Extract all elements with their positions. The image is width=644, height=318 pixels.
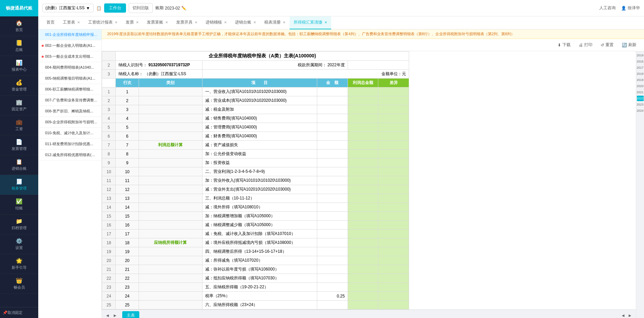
row-value-2[interactable]	[317, 105, 348, 114]
timeline-year-2022[interactable]: 2022	[637, 96, 644, 101]
list-item-004[interactable]: 004-期间费用明细表(A1040...	[38, 62, 101, 73]
download-button[interactable]: ⬇ 下载	[556, 41, 573, 49]
sidebar-item-vip[interactable]: 👑畅会员	[0, 274, 38, 294]
human-service[interactable]: 人工咨询	[599, 5, 616, 11]
sidebar-item-report-center[interactable]: 📊报表中心	[0, 56, 38, 76]
row-chaiyi-21[interactable]	[378, 274, 409, 283]
sidebar-item-fund-mgmt[interactable]: 💰资金管理	[0, 76, 38, 96]
row-value-11[interactable]	[317, 185, 348, 194]
row-value-19[interactable]	[317, 256, 348, 265]
row-lirun-16[interactable]	[348, 230, 378, 238]
sidebar-item-home[interactable]: 🏠首页	[0, 16, 38, 36]
list-item-012[interactable]: 012-减免所得税优惠明细表(…	[38, 150, 101, 161]
row-value-6[interactable]	[317, 141, 348, 150]
list-item-005[interactable]: 005-纳税调整项目明细表(A1...	[38, 73, 101, 84]
row-lirun-3[interactable]	[348, 114, 378, 123]
refresh-button[interactable]: 🔄 刷新	[620, 41, 639, 49]
sidebar-item-fixed-assets[interactable]: 🏢固定资产	[0, 96, 38, 115]
row-lirun-23[interactable]	[348, 292, 378, 301]
row-chaiyi-6[interactable]	[378, 141, 409, 150]
row-chaiyi-12[interactable]	[378, 194, 409, 203]
edit-icon[interactable]: ✏️	[181, 6, 186, 11]
tab-income-tax-calc[interactable]: 所得税汇算清缴✕	[290, 16, 331, 29]
row-value-17[interactable]	[317, 238, 348, 247]
row-chaiyi-1[interactable]	[378, 96, 409, 105]
row-value-4[interactable]	[317, 123, 348, 132]
close-tab-invoice-open[interactable]: ✕	[195, 20, 197, 24]
close-tab-purchase-verify[interactable]: ✕	[224, 20, 227, 24]
row-chaiyi-13[interactable]	[378, 203, 409, 212]
row-lirun-11[interactable]	[348, 185, 378, 194]
list-item-008[interactable]: 008-资产折旧、摊销及纳税...	[38, 106, 101, 117]
row-lirun-10[interactable]	[348, 176, 378, 185]
close-tab-payroll[interactable]: ✕	[77, 20, 80, 24]
row-lirun-15[interactable]	[348, 221, 378, 230]
row-value-16[interactable]	[317, 230, 348, 238]
next-sheet[interactable]: ▶	[112, 313, 118, 318]
row-value-1[interactable]	[317, 96, 348, 105]
workbench-button[interactable]: 工作台	[104, 3, 126, 13]
row-chaiyi-3[interactable]	[378, 114, 409, 123]
row-lirun-20[interactable]	[348, 265, 378, 274]
row-lirun-13[interactable]	[348, 203, 378, 212]
list-item-006[interactable]: 006-职工薪酬纳税调整明细...	[38, 84, 101, 95]
timeline-year-2016[interactable]: 2016	[637, 59, 644, 64]
row-value-21[interactable]	[317, 274, 348, 283]
row-value-3[interactable]	[317, 114, 348, 123]
list-item-009[interactable]: 009-企业所得税附加补亏损明...	[38, 117, 101, 128]
timeline-year-2019[interactable]: 2019	[637, 53, 644, 58]
row-lirun-21[interactable]	[348, 274, 378, 283]
prev-sheet[interactable]: ◀	[104, 313, 111, 318]
row-value-7[interactable]	[317, 150, 348, 158]
close-tab-invoice-calc[interactable]: ✕	[165, 20, 168, 24]
row-lirun-17[interactable]	[348, 238, 378, 247]
tab-invoice[interactable]: 发票✕	[122, 16, 143, 29]
row-value-23[interactable]: 0.25	[317, 292, 348, 301]
list-item-011[interactable]: 011-研发费用加计扣除优惠...	[38, 139, 101, 150]
row-lirun-4[interactable]	[348, 123, 378, 132]
sheet-tab-main[interactable]: 主表	[122, 311, 139, 318]
reset-button[interactable]: ↺ 重置	[599, 41, 616, 49]
row-chaiyi-14[interactable]	[378, 212, 409, 221]
timeline-year-2021[interactable]: 2021	[637, 89, 644, 95]
sidebar-item-settings[interactable]: ⚙️设置	[0, 234, 38, 254]
row-chaiyi-18[interactable]	[378, 247, 409, 256]
row-value-5[interactable]	[317, 132, 348, 141]
timeline-year-2019[interactable]: 2019	[637, 77, 644, 83]
row-chaiyi-10[interactable]	[378, 176, 409, 185]
row-chaiyi-22[interactable]	[378, 283, 409, 292]
row-lirun-9[interactable]	[348, 167, 378, 176]
row-value-20[interactable]	[317, 265, 348, 274]
row-lirun-22[interactable]	[348, 283, 378, 292]
timeline-year-2023[interactable]: 2023	[637, 102, 644, 107]
row-lirun-18[interactable]	[348, 247, 378, 256]
sidebar-item-invoice-mgmt[interactable]: 📄发票管理	[0, 135, 38, 155]
row-chaiyi-16[interactable]	[378, 230, 409, 238]
row-lirun-2[interactable]	[348, 105, 378, 114]
list-item-002[interactable]: 002-一般企业收入明细表(A1...	[38, 40, 101, 51]
row-value-0[interactable]	[317, 87, 348, 96]
row-chaiyi-24[interactable]	[378, 301, 409, 309]
row-value-15[interactable]	[317, 221, 348, 230]
row-value-9[interactable]	[317, 167, 348, 176]
close-tab-payroll-stats[interactable]: ✕	[115, 20, 117, 24]
company-selector[interactable]: (勿删）江西服宝-LSS ▼	[42, 4, 94, 12]
list-item-010[interactable]: 010-免税、减计收入及加计...	[38, 128, 101, 139]
tab-tax-clear[interactable]: 税表清册✕	[260, 16, 290, 29]
row-lirun-12[interactable]	[348, 194, 378, 203]
close-tab-sales-ledger-tab[interactable]: ✕	[253, 20, 256, 24]
row-value-14[interactable]	[317, 212, 348, 221]
timeline-year-2024[interactable]: 2024	[637, 108, 644, 113]
timeline-year-2018[interactable]: 2018	[637, 71, 644, 77]
row-chaiyi-4[interactable]	[378, 123, 409, 132]
timeline-year-2020[interactable]: 2020	[637, 83, 644, 89]
row-lirun-19[interactable]	[348, 256, 378, 265]
sidebar-item-tax-mgmt[interactable]: 🧾税务管理	[0, 175, 38, 195]
tab-invoice-open[interactable]: 发票开具✕	[172, 16, 201, 29]
switch-version-button[interactable]: 切到旧版	[129, 3, 153, 13]
row-chaiyi-17[interactable]	[378, 238, 409, 247]
row-chaiyi-8[interactable]	[378, 158, 409, 167]
row-value-12[interactable]	[317, 194, 348, 203]
row-chaiyi-2[interactable]	[378, 105, 409, 114]
row-chaiyi-0[interactable]	[378, 87, 409, 96]
